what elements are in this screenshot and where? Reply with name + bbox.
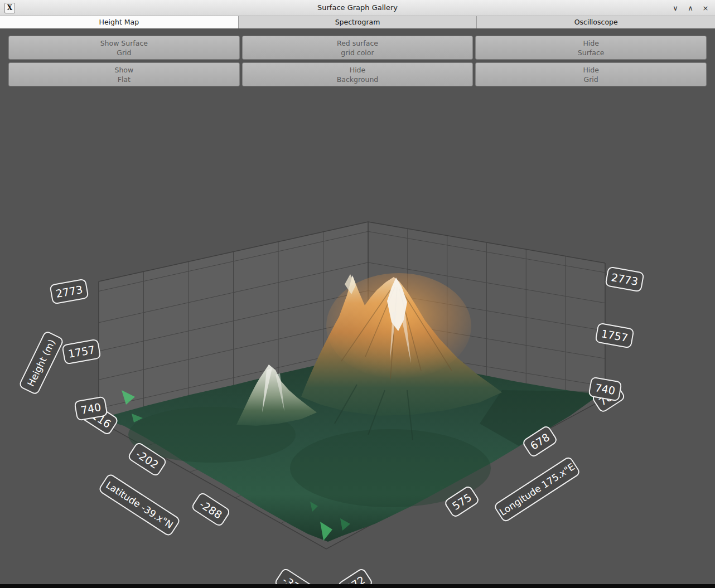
shade-button[interactable]: ∨ [670,4,680,12]
svg-text:Longitude 175.x"E: Longitude 175.x"E [497,461,577,518]
height-tick-pill-right: 2773 [606,267,644,292]
tab-height-map[interactable]: Height Map [0,16,239,28]
button-label-line: Surface [578,48,605,57]
button-label-line: Grid [117,48,131,57]
show-surface-grid-button[interactable]: Show Surface Grid [8,36,240,60]
latitude-axis-title-pill: Latitude -39.x"N [98,474,180,537]
height-tick-pill-left: 1757 [62,339,101,365]
button-label-line: Show [114,65,133,75]
button-label-line: Grid [584,75,598,84]
height-axis-title-pill: Height (m) [19,331,64,395]
button-label-line: Show Surface [100,38,148,48]
button-label-line: Hide [583,38,599,48]
app-window: X Surface Graph Gallery ∨ ∧ × Height Map… [0,0,715,588]
lat-tick-pill: -288 [191,492,231,527]
hide-surface-button[interactable]: Hide Surface [475,36,707,60]
titlebar: X Surface Graph Gallery ∨ ∧ × [0,0,715,16]
button-grid: Show Surface Grid Red surface grid color… [0,36,715,86]
surface-grid-color-button[interactable]: Red surface grid color [242,36,474,60]
button-label-line: Hide [583,65,599,75]
window-controls: ∨ ∧ × [670,0,711,16]
bottom-edge-strip [0,584,715,588]
button-label-line: Flat [118,75,131,84]
svg-text:Latitude -39.x"N: Latitude -39.x"N [104,479,175,531]
tab-bar: Height Map Spectrogram Oscilloscope [0,16,715,28]
hide-background-button[interactable]: Hide Background [242,62,474,86]
surface-3d-view[interactable]: -116 740 1757 2773 Height (m) [0,86,715,588]
hide-grid-button[interactable]: Hide Grid [475,62,707,86]
unshade-button[interactable]: ∧ [685,4,695,12]
button-label-line: grid color [341,48,374,57]
window-title: Surface Graph Gallery [0,0,715,16]
button-label-line: Background [337,75,379,84]
tab-oscilloscope[interactable]: Oscilloscope [477,16,715,28]
show-flat-button[interactable]: Show Flat [8,62,240,86]
longitude-axis-title-pill: Longitude 175.x"E [494,456,580,522]
button-label-line: Red surface [337,38,378,48]
button-label-line: Hide [350,65,366,75]
close-button[interactable]: × [700,4,711,12]
tab-spectrogram[interactable]: Spectrogram [239,16,477,28]
height-tick-pill-left: 2773 [50,279,89,304]
